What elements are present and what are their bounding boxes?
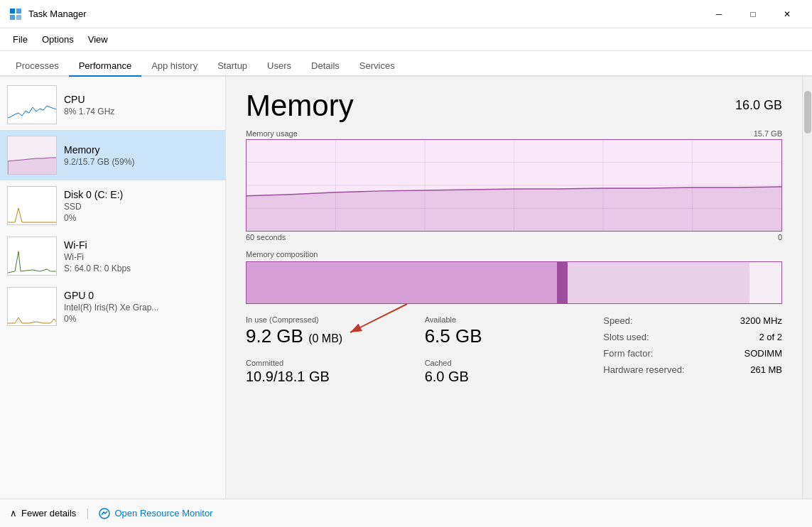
tab-processes[interactable]: Processes — [6, 56, 69, 77]
wifi-info: Wi-Fi Wi-Fi S: 64.0 R: 0 Kbps — [64, 239, 218, 273]
stat-speed: Speed: 3200 MHz — [603, 315, 782, 326]
stat-col-right: Speed: 3200 MHz Slots used: 2 of 2 Form … — [603, 315, 782, 396]
svg-rect-0 — [10, 9, 15, 13]
tab-details[interactable]: Details — [301, 56, 350, 77]
memory-total: 16.0 GB — [735, 98, 782, 113]
speed-label: Speed: — [603, 315, 632, 326]
composition-label: Memory composition — [246, 250, 782, 259]
memory-graph — [7, 136, 57, 175]
fewer-details-label: Fewer details — [21, 508, 76, 518]
comp-standby — [568, 262, 749, 303]
svg-rect-2 — [10, 15, 15, 20]
stat-inuse: In use (Compressed) 9.2 GB (0 MB) — [246, 315, 425, 347]
stat-hw-reserved: Hardware reserved: 261 MB — [603, 364, 782, 375]
svg-rect-9 — [8, 288, 57, 326]
footer: ∧ Fewer details | Open Resource Monitor — [0, 499, 812, 527]
disk-sub2: 0% — [64, 213, 218, 223]
menu-file[interactable]: File — [6, 31, 35, 48]
gpu-sub2: 0% — [64, 314, 218, 324]
sidebar-item-cpu[interactable]: CPU 8% 1.74 GHz — [0, 80, 225, 130]
usage-chart-section: Memory usage 15.7 GB — [246, 129, 782, 241]
stat-cached: Cached 6.0 GB — [425, 359, 604, 385]
gpu-sub1: Intel(R) Iris(R) Xe Grap... — [64, 303, 218, 313]
tab-users[interactable]: Users — [257, 56, 301, 77]
composition-section: Memory composition — [246, 250, 782, 304]
form-label: Form factor: — [603, 348, 653, 359]
composition-bar — [246, 261, 782, 304]
stat-col-inuse: In use (Compressed) 9.2 GB (0 MB) Commit… — [246, 315, 425, 396]
disk-graph — [7, 186, 57, 225]
window-controls: ─ □ ✕ — [703, 3, 803, 26]
stat-slots: Slots used: 2 of 2 — [603, 332, 782, 342]
titlebar-left: Task Manager — [9, 7, 87, 21]
window-title: Task Manager — [28, 9, 87, 19]
scrollbar-thumb[interactable] — [804, 91, 811, 134]
disk-info: Disk 0 (C: E:) SSD 0% — [64, 189, 218, 223]
tab-app-history[interactable]: App history — [141, 56, 207, 77]
chevron-up-icon: ∧ — [10, 508, 17, 518]
svg-marker-20 — [247, 187, 781, 231]
tab-startup[interactable]: Startup — [207, 56, 257, 77]
open-resource-monitor-link[interactable]: Open Resource Monitor — [99, 508, 212, 519]
chart-time-row: 60 seconds 0 — [246, 233, 782, 241]
stat-committed: Committed 10.9/18.1 GB — [246, 359, 425, 385]
svg-rect-3 — [16, 15, 21, 20]
app-icon — [9, 7, 23, 21]
sidebar: CPU 8% 1.74 GHz Memory 9.2/15.7 GB (59%) — [0, 77, 226, 499]
available-label: Available — [425, 315, 604, 324]
svg-marker-6 — [8, 158, 57, 175]
gpu-name: GPU 0 — [64, 290, 218, 301]
cpu-graph — [7, 85, 57, 124]
svg-rect-1 — [16, 9, 21, 13]
committed-value: 10.9/18.1 GB — [246, 369, 425, 385]
chart-label-row: Memory usage 15.7 GB — [246, 129, 782, 138]
inuse-label: In use (Compressed) — [246, 315, 425, 324]
memory-sub: 9.2/15.7 GB (59%) — [64, 157, 218, 167]
wifi-name: Wi-Fi — [64, 239, 218, 251]
chart-label: Memory usage — [246, 129, 298, 138]
chart-time-start: 60 seconds — [246, 233, 286, 241]
resource-monitor-label: Open Resource Monitor — [114, 508, 212, 518]
maximize-button[interactable]: □ — [737, 3, 769, 26]
available-value: 6.5 GB — [425, 325, 604, 347]
cpu-sub: 8% 1.74 GHz — [64, 107, 218, 116]
svg-rect-7 — [8, 187, 57, 225]
resource-monitor-icon — [99, 508, 110, 519]
slots-value: 2 of 2 — [759, 332, 782, 342]
memory-header: Memory 16.0 GB — [246, 91, 782, 121]
menu-options[interactable]: Options — [35, 31, 81, 48]
close-button[interactable]: ✕ — [771, 3, 803, 26]
titlebar: Task Manager ─ □ ✕ — [0, 0, 812, 28]
stats-grid: In use (Compressed) 9.2 GB (0 MB) Commit… — [246, 315, 782, 396]
cpu-name: CPU — [64, 94, 218, 105]
scrollbar-track[interactable] — [802, 77, 812, 499]
memory-title: Memory — [246, 91, 354, 121]
stat-available: Available 6.5 GB — [425, 315, 604, 347]
sidebar-item-wifi[interactable]: Wi-Fi Wi-Fi S: 64.0 R: 0 Kbps — [0, 231, 225, 281]
fewer-details-button[interactable]: ∧ Fewer details — [10, 508, 76, 518]
chart-time-end: 0 — [778, 233, 782, 241]
footer-separator: | — [86, 507, 89, 520]
wifi-sub2: S: 64.0 R: 0 Kbps — [64, 264, 218, 273]
menubar: File Options View — [0, 28, 812, 51]
memory-name: Memory — [64, 144, 218, 156]
sidebar-item-disk[interactable]: Disk 0 (C: E:) SSD 0% — [0, 180, 225, 231]
slots-label: Slots used: — [603, 332, 649, 342]
wifi-graph — [7, 237, 57, 276]
tab-services[interactable]: Services — [350, 56, 405, 77]
gpu-graph — [7, 287, 57, 326]
tab-performance[interactable]: Performance — [69, 56, 141, 77]
inuse-value: 9.2 GB (0 MB) — [246, 325, 425, 347]
cached-label: Cached — [425, 359, 604, 367]
speed-value: 3200 MHz — [740, 315, 782, 326]
hw-reserved-value: 261 MB — [750, 364, 782, 375]
cpu-info: CPU 8% 1.74 GHz — [64, 94, 218, 116]
tabbar: Processes Performance App history Startu… — [0, 51, 812, 77]
content-panel: Memory 16.0 GB Memory usage 15.7 GB — [226, 77, 802, 499]
stat-col-available: Available 6.5 GB Cached 6.0 GB — [425, 315, 604, 396]
sidebar-item-gpu[interactable]: GPU 0 Intel(R) Iris(R) Xe Grap... 0% — [0, 281, 225, 332]
sidebar-item-memory[interactable]: Memory 9.2/15.7 GB (59%) — [0, 130, 225, 180]
disk-name: Disk 0 (C: E:) — [64, 189, 218, 200]
menu-view[interactable]: View — [81, 31, 115, 48]
minimize-button[interactable]: ─ — [703, 3, 735, 26]
